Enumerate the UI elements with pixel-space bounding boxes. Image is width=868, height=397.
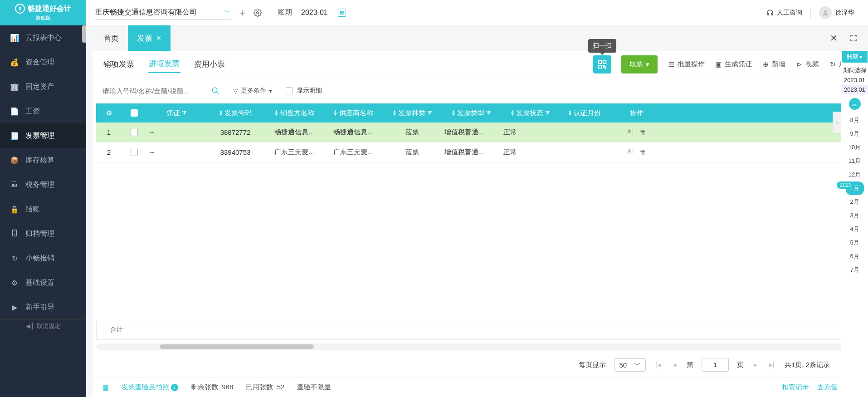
close-icon[interactable]: ✕: [156, 34, 161, 42]
col-supplier[interactable]: ▲▼供应商名称: [324, 109, 383, 118]
view-icon[interactable]: 🗐: [627, 148, 634, 156]
recharge-link[interactable]: 去充值: [817, 383, 838, 392]
month-option[interactable]: 8月: [841, 113, 868, 127]
month-option[interactable]: 6月: [841, 250, 868, 263]
subtab-purchase[interactable]: 进项发票: [148, 56, 180, 73]
sidebar-item-label: 固定资产: [25, 82, 54, 92]
company-settings-button[interactable]: [253, 8, 262, 17]
fetch-invoice-button[interactable]: 取票 ▾: [621, 55, 658, 74]
sidebar-item-payroll[interactable]: 📄工资: [0, 99, 86, 123]
sidebar-item-label: 基础设置: [25, 278, 54, 288]
add-company-button[interactable]: ＋: [238, 8, 247, 17]
row-checkbox[interactable]: [131, 149, 138, 156]
fullscreen-button[interactable]: [847, 32, 860, 44]
page-suf: 页: [737, 361, 744, 369]
month-option[interactable]: 3月: [841, 209, 868, 222]
more-conditions[interactable]: ▽ 更多条件 ▾: [233, 87, 272, 95]
table-row[interactable]: 1--38872772畅捷通信息...畅捷通信息...蓝票增值税普通...正常🗐…: [96, 123, 858, 142]
play-circle-icon: ⊳: [795, 61, 803, 68]
sidebar-item-close-period[interactable]: 🔒结账: [0, 197, 86, 221]
company-selector[interactable]: 重庆畅捷交通信息咨询有限公司 ﹀: [95, 6, 231, 20]
calendar-icon[interactable]: ▦: [338, 9, 346, 17]
verify-link[interactable]: 发票查验及拍照: [122, 383, 169, 392]
col-kind[interactable]: ▲▼发票种类⧩: [383, 109, 442, 118]
sidebar-item-invoice[interactable]: 🧾发票管理: [0, 123, 86, 148]
sidebar-item-guide[interactable]: ▶新手引导: [0, 295, 86, 319]
show-detail-toggle[interactable]: 显示明细: [286, 87, 322, 95]
row-checkbox[interactable]: [131, 129, 138, 136]
year-option[interactable]: 2023.01: [844, 75, 865, 85]
month-option[interactable]: 7月: [841, 263, 868, 277]
chevron-down-icon: ▾: [646, 60, 649, 69]
month-option[interactable]: 2月: [841, 195, 868, 209]
col-seller[interactable]: ▲▼销售方名称: [265, 109, 324, 118]
sidebar-item-building[interactable]: 🏢固定资产: [0, 74, 86, 99]
billing-link[interactable]: 扣费记录: [782, 383, 809, 392]
month-option[interactable]: 5月: [841, 236, 868, 250]
right-panel-collapse[interactable]: ›: [833, 112, 841, 133]
add-action[interactable]: ⊕新增: [762, 60, 785, 69]
select-all-checkbox[interactable]: [131, 109, 138, 117]
support-link[interactable]: 人工咨询: [766, 9, 802, 17]
sidebar-item-tax[interactable]: 🏛税务管理: [0, 172, 86, 197]
gear-icon[interactable]: ⚙: [106, 109, 112, 117]
brand-logo-icon: ⬆: [15, 4, 25, 14]
next-page[interactable]: ▸: [752, 361, 759, 369]
scan-qr-button[interactable]: [593, 55, 611, 74]
tab-home[interactable]: 首页: [94, 25, 128, 51]
tax-icon: 🏛: [10, 180, 19, 189]
user-menu[interactable]: 徐泽华: [819, 6, 854, 19]
stock-icon: 📦: [10, 156, 19, 165]
month-option[interactable]: 9月: [841, 127, 868, 141]
batch-action[interactable]: ☰批量操作: [668, 60, 705, 69]
page-input[interactable]: [702, 358, 729, 372]
col-voucher[interactable]: 凭证⧩: [147, 109, 206, 118]
table-row[interactable]: 2--83940753广东三元麦...广东三元麦...蓝票增值税普通...正常🗐…: [96, 142, 858, 162]
sidebar-item-archive[interactable]: 🗄归档管理: [0, 221, 86, 246]
month-option[interactable]: 4月: [841, 222, 868, 236]
search-icon[interactable]: [211, 87, 219, 95]
year-option[interactable]: 2023.01: [841, 85, 868, 94]
horizontal-scrollbar[interactable]: [96, 343, 858, 350]
caret-down-icon: ▾: [859, 54, 863, 60]
period-button[interactable]: 账期▾: [842, 51, 868, 63]
payroll-icon: 📄: [10, 107, 19, 116]
video-action[interactable]: ⊳视频: [795, 60, 819, 69]
last-page[interactable]: ▸|: [767, 361, 776, 369]
month-option[interactable]: 12月: [841, 168, 868, 181]
delete-icon[interactable]: 🗑: [639, 128, 646, 136]
tab-invoice[interactable]: 发票 ✕: [128, 25, 171, 51]
avatar-icon: [819, 6, 832, 19]
list-icon: ☰: [668, 61, 675, 68]
sidebar-item-reimburse[interactable]: ↻小畅报销: [0, 246, 86, 270]
sidebar-item-money[interactable]: 💰资金管理: [0, 50, 86, 74]
col-number[interactable]: ▲▼发票号码: [206, 109, 265, 118]
view-icon[interactable]: 🗐: [627, 128, 634, 136]
sidebar-item-settings[interactable]: ⚙基础设置: [0, 270, 86, 295]
content: 销项发票 进项发票 费用小票 扫一扫 取票 ▾: [93, 51, 862, 397]
page-tabs: 首页 发票 ✕ ✕: [86, 25, 868, 51]
subtab-expense[interactable]: 费用小票: [193, 56, 226, 72]
sidebar-item-chart[interactable]: 📊云报表中心: [0, 25, 86, 50]
per-page-select[interactable]: 50﹀: [614, 358, 646, 372]
delete-icon[interactable]: 🗑: [639, 148, 646, 156]
search-input[interactable]: [102, 87, 207, 95]
subtab-sales[interactable]: 销项发票: [102, 56, 135, 72]
first-page[interactable]: |◂: [654, 361, 663, 369]
prev-page[interactable]: ◂: [671, 361, 678, 369]
col-status[interactable]: ▲▼发票状态⧩: [501, 109, 560, 118]
filter-icon: ⧩: [182, 110, 186, 116]
sidebar-item-stock[interactable]: 📦库存核算: [0, 148, 86, 172]
col-type[interactable]: ▲▼发票类型⧩: [442, 109, 501, 118]
sidebar-item-label: 工资: [25, 107, 40, 116]
month-option[interactable]: 11月: [841, 154, 868, 168]
svg-point-6: [212, 88, 217, 93]
sidebar-unpin[interactable]: ◀┃ 取消固定: [0, 319, 86, 332]
period-panel: 账期▾ 期间选择 2023.01 2023.01 ︽ 8月9月10月11月12月…: [841, 51, 868, 397]
close-all-tabs[interactable]: ✕: [827, 32, 840, 44]
gen-voucher-action[interactable]: ▣生成凭证: [715, 60, 752, 69]
video-label: 视频: [805, 60, 819, 69]
col-month[interactable]: ▲▼认证月份: [560, 109, 610, 118]
scroll-up-button[interactable]: ︽: [849, 98, 861, 110]
month-option[interactable]: 10月: [841, 141, 868, 154]
